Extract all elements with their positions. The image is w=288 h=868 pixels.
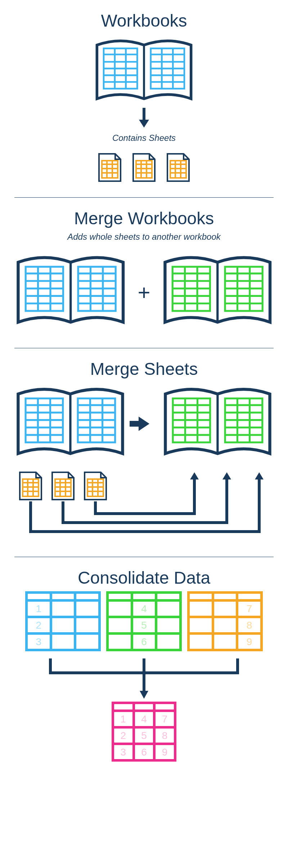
result-table: 1 4 7 2 5 8 3 6 9	[112, 702, 176, 762]
sheets-row	[97, 152, 191, 183]
arrow-right-icon	[139, 417, 149, 431]
workbook-green-icon	[162, 382, 274, 465]
section-merge-sheets: Merge Sheets	[0, 348, 288, 557]
source-table-blue: 1 2 3	[25, 591, 101, 651]
section-merge-workbooks: Merge Workbooks Adds whole sheets to ano…	[0, 198, 288, 348]
source-table-green: 4 5 6	[106, 591, 182, 651]
workbooks-caption: Contains Sheets	[112, 133, 176, 143]
consolidate-flow-icon	[25, 658, 263, 702]
plus-icon: +	[134, 280, 154, 305]
consolidate-title: Consolidate Data	[14, 568, 274, 588]
merge-workbooks-subtitle: Adds whole sheets to another workbook	[14, 232, 274, 242]
merge-workbooks-title: Merge Workbooks	[14, 208, 274, 228]
workbook-green-icon	[161, 251, 274, 334]
source-table-orange: 7 8 9	[187, 591, 263, 651]
workbooks-title: Workbooks	[14, 11, 274, 31]
arrow-down-icon	[139, 120, 149, 128]
merge-sheets-flow-icon	[14, 470, 274, 542]
workbook-icon	[94, 34, 194, 110]
workbook-blue-icon	[14, 251, 127, 334]
sheet-file-icon	[166, 152, 191, 183]
merge-sheets-title: Merge Sheets	[14, 359, 274, 379]
sheet-file-icon	[97, 152, 122, 183]
section-workbooks: Workbooks	[0, 0, 288, 197]
section-consolidate: Consolidate Data 1 2 3 4 5 6 7 8 9	[0, 557, 288, 776]
sheet-file-icon	[131, 152, 157, 183]
workbook-blue-icon	[14, 382, 126, 465]
